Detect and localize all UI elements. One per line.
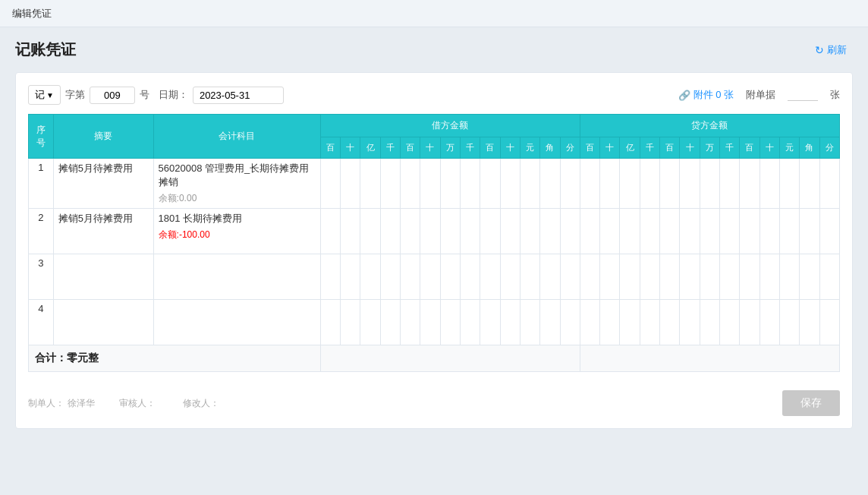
row-4-credit-d8[interactable] [720,300,740,345]
row-2-credit-d2[interactable] [600,209,620,254]
row-1-credit-d4[interactable] [640,159,659,209]
row-4-credit-d5[interactable] [660,300,680,345]
row-4-credit-d12[interactable] [800,300,819,345]
row-1-credit-d12[interactable] [800,159,819,209]
row-2-debit-d10[interactable] [500,209,520,254]
row-3-credit-d4[interactable] [640,254,659,300]
row-1-credit-d8[interactable] [720,159,740,209]
row-3-credit-d7[interactable] [700,254,719,300]
row-4-debit-d11[interactable] [520,300,539,345]
row-2-debit-d2[interactable] [341,209,360,254]
row-4-debit-d7[interactable] [440,300,460,345]
row-2-debit-d9[interactable] [480,209,500,254]
refresh-button[interactable]: ↻ 刷新 [809,40,853,60]
row-2-debit-d4[interactable] [380,209,400,254]
row-3-credit-d13[interactable] [819,254,839,300]
row-4-debit-d6[interactable] [420,300,440,345]
zi-input[interactable] [90,87,135,104]
row-2-credit-d8[interactable] [720,209,740,254]
row-summary-2[interactable]: 摊销5月待摊费用 [53,209,153,254]
row-2-debit-d5[interactable] [401,209,420,254]
row-3-credit-d5[interactable] [660,254,680,300]
row-2-debit-d8[interactable] [460,209,480,254]
row-4-debit-d13[interactable] [560,300,580,345]
row-4-credit-d1[interactable] [580,300,599,345]
row-3-debit-d2[interactable] [341,254,360,300]
row-account-1[interactable]: 56020008 管理费用_长期待摊费用摊销余额:0.00 [153,159,320,209]
row-4-credit-d4[interactable] [640,300,659,345]
row-3-debit-d12[interactable] [540,254,560,300]
row-1-credit-d2[interactable] [600,159,620,209]
row-1-credit-d7[interactable] [700,159,719,209]
row-1-credit-d11[interactable] [779,159,799,209]
row-3-credit-d9[interactable] [740,254,760,300]
row-1-debit-d2[interactable] [341,159,360,209]
row-4-credit-d2[interactable] [600,300,620,345]
row-4-credit-d6[interactable] [680,300,700,345]
row-2-credit-d1[interactable] [580,209,599,254]
row-1-debit-d1[interactable] [320,159,340,209]
row-2-credit-d9[interactable] [740,209,760,254]
row-2-debit-d1[interactable] [320,209,340,254]
row-3-debit-d6[interactable] [420,254,440,300]
row-1-credit-d9[interactable] [740,159,760,209]
row-2-credit-d5[interactable] [660,209,680,254]
row-1-credit-d13[interactable] [819,159,839,209]
row-account-3[interactable] [153,254,320,300]
row-3-debit-d9[interactable] [480,254,500,300]
date-input[interactable] [193,87,284,104]
row-3-debit-d8[interactable] [460,254,480,300]
row-summary-4[interactable] [53,300,153,345]
row-3-credit-d1[interactable] [580,254,599,300]
row-4-debit-d9[interactable] [480,300,500,345]
row-1-credit-d3[interactable] [620,159,640,209]
row-4-debit-d12[interactable] [540,300,560,345]
row-3-debit-d4[interactable] [380,254,400,300]
row-4-debit-d8[interactable] [460,300,480,345]
row-2-credit-d7[interactable] [700,209,719,254]
row-1-credit-d10[interactable] [760,159,779,209]
row-2-debit-d13[interactable] [560,209,580,254]
row-3-debit-d7[interactable] [440,254,460,300]
row-3-credit-d2[interactable] [600,254,620,300]
row-1-debit-d13[interactable] [560,159,580,209]
row-1-debit-d10[interactable] [500,159,520,209]
row-3-credit-d11[interactable] [779,254,799,300]
row-1-debit-d4[interactable] [380,159,400,209]
row-3-credit-d8[interactable] [720,254,740,300]
row-2-credit-d4[interactable] [640,209,659,254]
row-3-credit-d3[interactable] [620,254,640,300]
row-1-debit-d9[interactable] [480,159,500,209]
row-2-credit-d6[interactable] [680,209,700,254]
row-2-debit-d3[interactable] [360,209,380,254]
row-3-credit-d12[interactable] [800,254,819,300]
row-3-debit-d11[interactable] [520,254,539,300]
row-1-credit-d5[interactable] [660,159,680,209]
row-2-credit-d10[interactable] [760,209,779,254]
row-1-debit-d8[interactable] [460,159,480,209]
row-1-credit-d6[interactable] [680,159,700,209]
row-4-debit-d3[interactable] [360,300,380,345]
row-2-credit-d12[interactable] [800,209,819,254]
row-3-debit-d10[interactable] [500,254,520,300]
row-2-debit-d12[interactable] [540,209,560,254]
save-button[interactable]: 保存 [782,390,840,416]
row-2-credit-d11[interactable] [779,209,799,254]
row-3-debit-d13[interactable] [560,254,580,300]
attach-label[interactable]: 附件 0 张 [693,88,734,102]
row-4-credit-d10[interactable] [760,300,779,345]
row-summary-1[interactable]: 摊销5月待摊费用 [53,159,153,209]
row-4-debit-d4[interactable] [380,300,400,345]
row-4-credit-d3[interactable] [620,300,640,345]
row-2-debit-d11[interactable] [520,209,539,254]
row-1-debit-d12[interactable] [540,159,560,209]
row-4-debit-d5[interactable] [401,300,420,345]
row-4-debit-d10[interactable] [500,300,520,345]
row-1-credit-d1[interactable] [580,159,599,209]
zhang-input[interactable] [788,89,818,101]
row-4-credit-d7[interactable] [700,300,719,345]
row-2-debit-d7[interactable] [440,209,460,254]
row-1-debit-d7[interactable] [440,159,460,209]
voucher-type-button[interactable]: 记 ▼ [28,85,61,105]
row-1-debit-d6[interactable] [420,159,440,209]
